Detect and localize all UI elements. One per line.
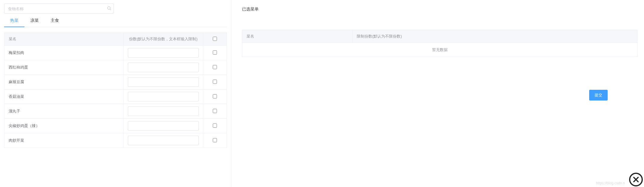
cell-name: 梅菜扣肉 (4, 46, 124, 60)
logo-icon (629, 173, 643, 186)
th-selected-limit: 限制份数(默认为不限份数) (353, 30, 637, 43)
submit-wrap: 提交 (242, 90, 637, 101)
qty-input[interactable] (128, 92, 199, 101)
tab-staple[interactable]: 主食 (45, 18, 65, 27)
qty-input[interactable] (128, 48, 199, 58)
left-panel: 热菜 凉菜 主食 菜名 份数(默认为不限份数，文本框输入限制) 梅菜扣肉 西红柿… (0, 0, 231, 187)
tab-hot[interactable]: 热菜 (4, 18, 24, 27)
qty-input[interactable] (128, 106, 199, 116)
table-row: 肉炒芹菜 (4, 133, 227, 148)
logo (629, 173, 643, 186)
cell-name: 香菇油菜 (4, 89, 124, 104)
check-all[interactable] (213, 37, 217, 41)
cell-name: 西红柿鸡蛋 (4, 60, 124, 75)
cell-name: 尖椒炒鸡蛋（辣） (4, 119, 124, 133)
qty-input[interactable] (128, 77, 199, 87)
row-checkbox[interactable] (213, 65, 217, 69)
table-row: 溜丸子 (4, 104, 227, 119)
cell-name: 肉炒芹菜 (4, 133, 124, 148)
qty-input[interactable] (128, 121, 199, 131)
table-row: 麻辣豆腐 (4, 75, 227, 89)
row-checkbox[interactable] (213, 138, 217, 142)
search-input[interactable] (4, 4, 114, 14)
qty-input[interactable] (128, 136, 199, 145)
table-row: 香菇油菜 (4, 89, 227, 104)
row-checkbox[interactable] (213, 109, 217, 113)
th-qty: 份数(默认为不限份数，文本框输入限制) (124, 33, 203, 46)
th-selected-name: 菜名 (242, 30, 353, 43)
table-row: 梅菜扣肉 (4, 46, 227, 60)
search-wrap (4, 4, 114, 14)
row-checkbox[interactable] (213, 50, 217, 55)
row-checkbox[interactable] (213, 94, 217, 98)
submit-button[interactable]: 提交 (589, 90, 608, 101)
cell-name: 麻辣豆腐 (4, 75, 124, 89)
table-row: 西红柿鸡蛋 (4, 60, 227, 75)
empty-text: 暂无数据 (242, 43, 637, 57)
table-row: 尖椒炒鸡蛋（辣） (4, 119, 227, 133)
th-check (203, 33, 227, 46)
qty-input[interactable] (128, 63, 199, 72)
right-panel: 已选菜单 菜名 限制份数(默认为不限份数) 暂无数据 提交 https://bl… (231, 0, 644, 187)
tab-cold[interactable]: 凉菜 (24, 18, 45, 27)
watermark: https://blog.csdn.n (596, 181, 625, 185)
empty-row: 暂无数据 (242, 43, 637, 57)
cell-name: 溜丸子 (4, 104, 124, 119)
selected-table: 菜名 限制份数(默认为不限份数) 暂无数据 (242, 30, 637, 57)
tabs: 热菜 凉菜 主食 (4, 18, 227, 27)
row-checkbox[interactable] (213, 80, 217, 84)
row-checkbox[interactable] (213, 123, 217, 128)
dish-table: 菜名 份数(默认为不限份数，文本框输入限制) 梅菜扣肉 西红柿鸡蛋 麻辣豆腐 (4, 33, 227, 148)
selected-title: 已选菜单 (242, 4, 637, 30)
th-name: 菜名 (4, 33, 124, 46)
